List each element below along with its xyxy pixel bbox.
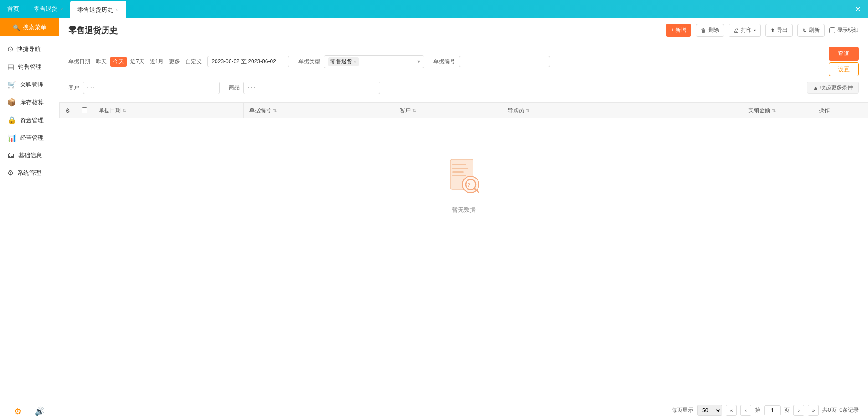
window-close-button[interactable]: ✕: [855, 5, 868, 14]
date-option-today[interactable]: 今天: [110, 57, 127, 67]
svg-text:?: ?: [467, 183, 470, 188]
filter-section: 单据日期 昨天 今天 近7天 近1月 更多 自定义 2023-06-02 至 2…: [68, 42, 859, 102]
sidebar-item-inventory-label: 库存核算: [20, 98, 44, 107]
customer-select[interactable]: ···: [83, 82, 220, 94]
svg-rect-4: [452, 175, 466, 176]
sidebar: 🔍 搜索菜单 ⊙ 快捷导航 ▤ 销售管理 🛒 采购管理 📦 库存核算 🔒: [0, 18, 59, 420]
tab-list: 首页 零售退货 × 零售退货历史 ×: [0, 0, 855, 18]
type-tag-text: 零售退货: [330, 58, 352, 66]
query-button[interactable]: 查询: [829, 47, 859, 61]
sidebar-menu: ⊙ 快捷导航 ▤ 销售管理 🛒 采购管理 📦 库存核算 🔒 资金管理 📊 经: [0, 36, 59, 402]
sidebar-search[interactable]: 🔍 搜索菜单: [0, 18, 59, 36]
page-title: 零售退货历史: [68, 25, 118, 36]
goods-select[interactable]: ···: [243, 82, 380, 94]
display-detail-checkbox[interactable]: [829, 27, 835, 33]
search-icon: 🔍: [13, 24, 20, 31]
print-button[interactable]: 🖨 打印 ▾: [729, 24, 761, 37]
sidebar-item-basic-info[interactable]: 🗂 基础信息: [0, 147, 59, 164]
sidebar-footer: ⚙ 🔊: [0, 402, 59, 420]
export-button[interactable]: ⬆ 导出: [765, 24, 793, 37]
sidebar-item-system[interactable]: ⚙ 系统管理: [0, 164, 59, 182]
page-prefix-label: 第: [755, 406, 760, 414]
new-button[interactable]: + 新增: [666, 24, 691, 37]
tab-home[interactable]: 首页: [0, 0, 26, 18]
tab-retail-return[interactable]: 零售退货 ×: [26, 0, 70, 18]
date-range-input[interactable]: 2023-06-02 至 2023-06-02: [207, 56, 289, 67]
th-date-label: 单据日期: [99, 107, 121, 114]
goods-dots: ···: [247, 84, 256, 92]
sidebar-item-inventory[interactable]: 📦 库存核算: [0, 93, 59, 111]
th-checkbox: [76, 103, 93, 118]
th-guide[interactable]: 导购员 ⇅: [502, 103, 631, 118]
delete-button[interactable]: 🗑 删除: [696, 24, 724, 37]
collapse-button[interactable]: ▲ 收起更多条件: [807, 82, 859, 94]
sidebar-item-operations-label: 经营管理: [20, 134, 44, 142]
sidebar-item-sales[interactable]: ▤ 销售管理: [0, 58, 59, 76]
next-page-button[interactable]: ›: [793, 405, 804, 416]
page-suffix-label: 页: [784, 406, 790, 414]
refresh-button[interactable]: ↻ 刷新: [797, 24, 825, 37]
date-option-7days[interactable]: 近7天: [128, 57, 146, 67]
date-option-more[interactable]: 更多: [167, 57, 182, 67]
table-header: ⚙ 单据日期 ⇅ 单据编号: [60, 103, 868, 118]
main-layout: 🔍 搜索菜单 ⊙ 快捷导航 ▤ 销售管理 🛒 采购管理 📦 库存核算 🔒: [0, 18, 868, 420]
per-page-select[interactable]: 20 50 100: [697, 405, 722, 416]
svg-rect-3: [452, 171, 464, 173]
refresh-button-label: 刷新: [809, 26, 820, 34]
sidebar-item-finance[interactable]: 🔒 资金管理: [0, 111, 59, 129]
finance-icon: 🔒: [7, 116, 16, 124]
sidebar-item-basic-info-label: 基础信息: [18, 151, 42, 159]
table-settings-icon[interactable]: ⚙: [65, 108, 70, 114]
sidebar-search-label: 搜索菜单: [23, 23, 46, 31]
th-actions-label: 操作: [819, 107, 830, 113]
tab-retail-return-history-close[interactable]: ×: [116, 7, 118, 13]
prev-page-icon: ‹: [745, 407, 747, 414]
table-body: ? 暂无数据: [60, 118, 868, 251]
total-info: 共0页, 0条记录: [822, 406, 859, 414]
delete-button-label: 删除: [708, 26, 719, 34]
filter-row-1: 单据日期 昨天 今天 近7天 近1月 更多 自定义 2023-06-02 至 2…: [68, 47, 859, 76]
tab-retail-return-history-label: 零售退货历史: [77, 6, 113, 14]
page-number-input[interactable]: 1: [764, 405, 781, 415]
svg-rect-2: [452, 168, 468, 169]
date-option-1month[interactable]: 近1月: [148, 57, 166, 67]
th-customer[interactable]: 客户 ⇅: [394, 103, 502, 118]
empty-state-row: ? 暂无数据: [60, 118, 868, 251]
sidebar-item-sales-label: 销售管理: [18, 63, 41, 71]
first-page-icon: «: [730, 407, 733, 414]
sidebar-settings-icon[interactable]: ⚙: [14, 406, 21, 416]
th-voucher[interactable]: 单据编号 ⇅: [243, 103, 394, 118]
print-dropdown-icon: ▾: [754, 28, 756, 33]
select-all-checkbox[interactable]: [82, 107, 87, 113]
first-page-button[interactable]: «: [726, 405, 737, 416]
prev-page-button[interactable]: ‹: [740, 405, 751, 416]
th-amount[interactable]: 实销金额 ⇅: [631, 103, 781, 118]
voucher-input[interactable]: [459, 56, 550, 67]
system-icon: ⚙: [7, 169, 14, 177]
date-option-yesterday[interactable]: 昨天: [94, 57, 108, 67]
page-header: 零售退货历史 + 新增 🗑 删除 🖨 打印 ▾ ⬆: [59, 18, 868, 102]
display-detail-toggle[interactable]: 显示明细: [829, 26, 859, 34]
sidebar-audio-icon[interactable]: 🔊: [35, 406, 45, 416]
filter-goods: 商品 ···: [229, 82, 380, 94]
empty-state: ? 暂无数据: [60, 118, 868, 251]
last-page-button[interactable]: »: [808, 405, 819, 416]
settings-button[interactable]: 设置: [829, 62, 859, 76]
date-option-custom[interactable]: 自定义: [184, 57, 204, 67]
sidebar-item-operations[interactable]: 📊 经营管理: [0, 129, 59, 147]
collapse-up-icon: ▲: [813, 85, 818, 91]
th-date[interactable]: 单据日期 ⇅: [93, 103, 244, 118]
query-settings: 查询 设置: [829, 47, 859, 76]
tab-retail-return-history[interactable]: 零售退货历史 ×: [70, 1, 126, 19]
type-select[interactable]: 零售退货 × ▾: [324, 55, 424, 68]
filter-row-2: 客户 ··· 商品 ··· ▲: [68, 80, 859, 96]
type-tag-close[interactable]: ×: [354, 59, 356, 64]
page-title-row: 零售退货历史 + 新增 🗑 删除 🖨 打印 ▾ ⬆: [68, 24, 859, 37]
tab-retail-return-label: 零售退货: [34, 5, 57, 13]
th-settings[interactable]: ⚙: [60, 103, 76, 118]
next-page-icon: ›: [798, 407, 800, 414]
tab-retail-return-close[interactable]: ×: [60, 6, 63, 12]
sidebar-item-purchase[interactable]: 🛒 采购管理: [0, 76, 59, 93]
sidebar-item-quicknav[interactable]: ⊙ 快捷导航: [0, 40, 59, 58]
filter-voucher: 单据编号: [433, 56, 550, 67]
